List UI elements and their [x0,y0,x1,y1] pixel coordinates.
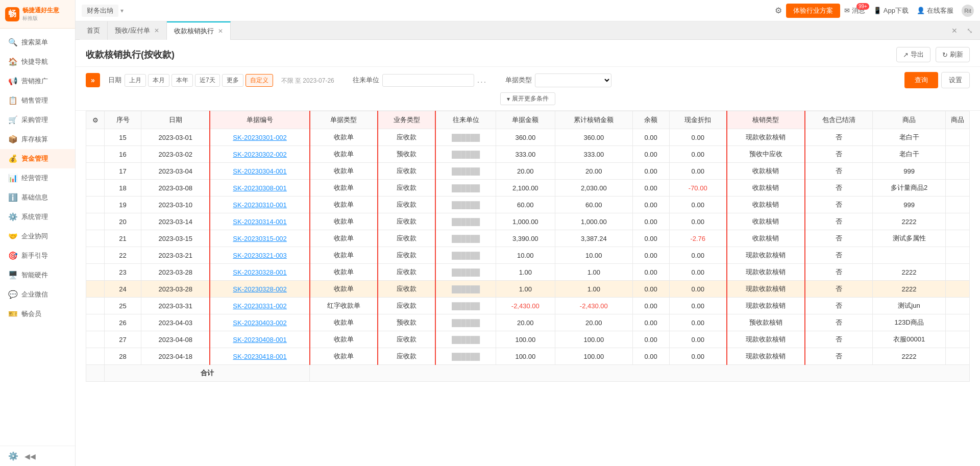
table-cell: 现款收款核销 [727,264,805,281]
sidebar-item-quicknav[interactable]: 🏠 快捷导航 [0,52,75,71]
col-total-offset[interactable]: 累计核销金额 [555,111,632,129]
date-last-month-btn[interactable]: 上月 [125,74,146,87]
topbar-online-service[interactable]: 👤 在线客服 [917,6,953,15]
table-cell: 现款收款核销 [727,281,805,298]
sidebar-item-system[interactable]: ⚙️ 系统管理 [0,207,75,227]
sidebar-item-search[interactable]: 🔍 搜索菜单 [0,33,75,52]
tab-expand-button[interactable]: ⤡ [964,26,976,36]
voucher-no-cell[interactable]: SK-20230321-003 [210,247,309,264]
date-more-btn[interactable]: 更多 [222,74,243,87]
topbar-message[interactable]: ✉ 消息 99+ [844,6,865,15]
date-this-year-btn[interactable]: 本年 [172,74,193,87]
filter-expand-button[interactable]: » [86,73,100,87]
sidebar-item-wechat[interactable]: 💬 企业微信 [0,285,75,304]
table-cell: 否 [805,331,873,348]
page-header: 收款核销执行(按收款) ↗ 导出 ↻ 刷新 [76,40,980,67]
col-cash-discount[interactable]: 现金折扣 [669,111,727,129]
sidebar-settings-icon[interactable]: ⚙️ [8,451,18,461]
col-partner[interactable]: 往来单位 [435,111,496,129]
voucher-no-cell[interactable]: SK-20230310-001 [210,197,309,213]
table-cell: 应收款 [378,331,435,348]
marketing-icon: 📢 [8,77,17,86]
table-cell: 收款单 [310,230,378,247]
sidebar-item-purchase[interactable]: 🛒 采购管理 [0,110,75,130]
industry-solution-button[interactable]: 体验行业方案 [786,4,840,18]
voucher-no-cell[interactable]: SK-20230302-002 [210,146,309,163]
voucher-no-cell[interactable]: SK-20230331-002 [210,298,309,314]
sidebar-item-inventory[interactable]: 📦 库存核算 [0,130,75,149]
table-cell: 应收款 [378,180,435,197]
table-cell: 应收款 [378,247,435,264]
col-goods2[interactable]: 商品 [946,111,970,129]
refresh-button[interactable]: ↻ 刷新 [936,47,970,62]
voucher-no-cell[interactable]: SK-20230315-002 [210,230,309,247]
table-cell: 333.00 [496,146,555,163]
sidebar-item-finance[interactable]: 💰 资金管理 [0,149,75,168]
user-avatar[interactable]: Rit [962,5,974,17]
export-button[interactable]: ↗ 导出 [896,47,930,62]
table-cell: 现款收款核销 [727,129,805,146]
voucher-no-cell[interactable]: SK-20230301-002 [210,129,309,146]
sidebar-nav: 🔍 搜索菜单 🏠 快捷导航 📢 营销推广 📋 销售管理 🛒 采购管理 📦 库存核… [0,29,75,446]
table-row: 182023-03-08SK-20230308-001收款单应收款██████2… [86,180,970,197]
topbar-app-download[interactable]: 📱 App下载 [873,6,909,15]
tab-collection-close-icon[interactable]: ✕ [218,28,223,35]
voucher-no-cell[interactable]: SK-20230408-001 [210,331,309,348]
sidebar-item-member[interactable]: 🎫 畅会员 [0,304,75,324]
sidebar-item-basic[interactable]: ℹ️ 基础信息 [0,188,75,207]
col-goods[interactable]: 商品 [873,111,946,129]
table-cell: 1.00 [555,281,632,298]
voucher-no-cell[interactable]: SK-20230308-001 [210,180,309,197]
table-cell [946,197,970,213]
table-cell: 0.00 [669,281,727,298]
col-offset-type[interactable]: 核销类型 [727,111,805,129]
voucher-no-cell[interactable]: SK-20230403-002 [210,314,309,331]
voucher-no-cell[interactable]: SK-20230328-002 [210,281,309,298]
sidebar-item-marketing[interactable]: 📢 营销推广 [0,71,75,91]
expand-more-conditions-button[interactable]: ▾ 展开更多条件 [500,92,555,105]
voucher-no-cell[interactable]: SK-20230418-001 [210,348,309,365]
table-cell: 收款单 [310,213,378,230]
sidebar-item-operation[interactable]: 📊 经营管理 [0,168,75,188]
partner-dots[interactable]: ... [477,76,487,85]
col-amount[interactable]: 单据金额 [496,111,555,129]
sidebar-item-enterprise[interactable]: 🤝 企业协同 [0,227,75,246]
tab-home[interactable]: 首页 [80,21,108,40]
voucher-no-cell[interactable]: SK-20230304-001 [210,163,309,180]
date-custom-btn[interactable]: 自定义 [246,74,273,87]
sidebar-item-guide[interactable]: 🎯 新手引导 [0,246,75,265]
partner-input[interactable] [382,74,474,87]
tab-prepay[interactable]: 预收/应付单 ✕ [108,21,167,40]
voucher-type-select[interactable] [535,73,611,87]
date-this-month-btn[interactable]: 本月 [148,74,169,87]
sidebar-collapse-icon[interactable]: ◀◀ [24,452,36,460]
table-cell [86,163,105,180]
col-include-settled[interactable]: 包含已结清 [805,111,873,129]
table-cell: 23 [105,264,141,281]
sidebar-item-hardware[interactable]: 🖥️ 智能硬件 [0,265,75,285]
col-date[interactable]: 日期 [141,111,210,129]
col-balance[interactable]: 余额 [632,111,669,129]
tab-collection[interactable]: 收款核销执行 ✕ [167,21,231,40]
tab-close-all-button[interactable]: ✕ [948,26,961,36]
query-button[interactable]: 查询 [904,72,938,88]
table-cell: 2023-03-02 [141,146,210,163]
column-settings-icon[interactable]: ⚙ [92,116,99,124]
workspace-arrow-icon[interactable]: ▾ [120,7,124,14]
tab-prepay-close-icon[interactable]: ✕ [154,27,159,34]
voucher-no-cell[interactable]: SK-20230328-001 [210,264,309,281]
topbar-gear-icon[interactable]: ⚙ [775,6,782,15]
table-cell: 100.00 [555,331,632,348]
date-7days-btn[interactable]: 近7天 [195,74,220,87]
sidebar-item-sales[interactable]: 📋 销售管理 [0,91,75,110]
table-cell: 2,100.00 [496,180,555,197]
col-settings[interactable]: ⚙ [86,111,105,129]
page-actions: ↗ 导出 ↻ 刷新 [896,47,970,62]
filter-settings-button[interactable]: 设置 [941,72,970,88]
col-biz-type[interactable]: 业务类型 [378,111,435,129]
table-row: 262023-04-03SK-20230403-002收款单预收款██████2… [86,314,970,331]
col-voucher-type[interactable]: 单据类型 [310,111,378,129]
page-title: 收款核销执行(按收款) [86,48,175,61]
voucher-no-cell[interactable]: SK-20230314-001 [210,213,309,230]
col-voucher-no[interactable]: 单据编号 [210,111,309,129]
